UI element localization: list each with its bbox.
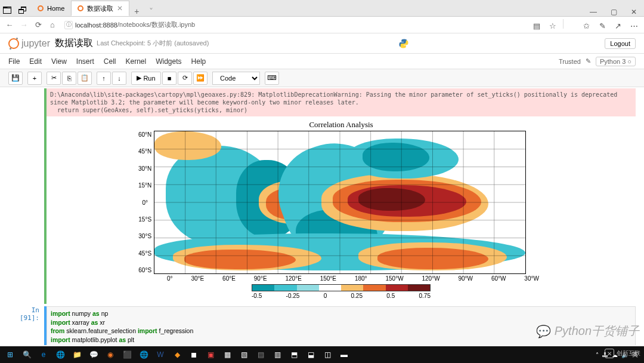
output-cell: D:\Anaconda\lib\site-packages\cartopy\mp… [8, 88, 636, 304]
tab-home[interactable]: Home [31, 1, 71, 16]
new-tab-button[interactable]: + [129, 7, 144, 16]
url-path: /notebooks/数据读取.ipynb [117, 20, 195, 29]
menu-help[interactable]: Help [191, 57, 206, 66]
tab-menu-button[interactable]: ˅ [144, 7, 158, 16]
favorites-icon[interactable]: ✩ [580, 21, 593, 30]
chart-output: Correlation Analysis 60°N45°N30°N15°N0°1… [47, 116, 636, 304]
menu-insert[interactable]: Insert [76, 57, 94, 66]
browser-tab-strip: 🗔 🗗 Home 数据读取 ✕ + ˅ — ▢ ✕ [0, 0, 644, 17]
taskbar-app9[interactable]: ▥ [270, 348, 285, 361]
taskbar-app5[interactable]: ▣ [203, 348, 218, 361]
save-button[interactable]: 💾 [8, 72, 23, 85]
address-bar: ← → ⟳ ⌂ ⓘ localhost:8888/notebooks/数据读取.… [0, 17, 644, 33]
taskbar-badge[interactable]: 🌐 [52, 348, 68, 361]
taskbar-app6[interactable]: ▦ [219, 348, 235, 361]
taskbar-app13[interactable]: ▬ [336, 348, 352, 361]
move-up-button[interactable]: ↑ [97, 72, 111, 85]
command-palette-button[interactable]: ⌨ [265, 72, 279, 85]
paste-button[interactable]: 📋 [78, 72, 92, 85]
url-host: localhost [75, 21, 101, 29]
trusted-indicator[interactable]: Trusted [559, 58, 581, 65]
taskbar-app2[interactable]: ⬛ [119, 348, 135, 361]
menu-kernel[interactable]: Kernel [126, 57, 147, 66]
url-field[interactable]: ⓘ localhost:8888/notebooks/数据读取.ipynb [64, 20, 524, 29]
add-cell-button[interactable]: + [27, 72, 42, 85]
app-icon-2: 🗗 [18, 5, 29, 16]
stop-button[interactable]: ■ [162, 72, 177, 85]
jupyter-logo[interactable]: jupyter [8, 38, 50, 49]
menu-cell[interactable]: Cell [104, 57, 116, 66]
x-axis-labels: 0°30°E60°E90°E120°E150°E180°150°W120°W90… [138, 274, 539, 282]
menu-edit[interactable]: Edit [29, 57, 42, 66]
python-icon [398, 38, 409, 49]
taskbar-app11[interactable]: ⬓ [303, 348, 318, 361]
jupyter-header: jupyter 数据读取 Last Checkpoint: 5 小时前 (aut… [0, 33, 644, 54]
jupyter-logo-icon [8, 38, 19, 49]
menu-widgets[interactable]: Widgets [156, 57, 181, 66]
menu-bar: File Edit View Insert Cell Kernel Widget… [0, 54, 644, 69]
reload-button[interactable]: ⟳ [32, 20, 44, 29]
edit-icon[interactable]: ✎ [586, 57, 591, 65]
jupyter-icon [78, 5, 83, 11]
info-icon: ⓘ [64, 21, 73, 29]
home-icon [38, 5, 44, 11]
copy-button[interactable]: ⎘ [62, 72, 76, 85]
tray-up-icon[interactable]: ˄ [596, 352, 599, 358]
colorbar [252, 284, 431, 291]
maximize-button[interactable]: ▢ [603, 8, 624, 16]
taskbar-app8[interactable]: ▤ [253, 348, 268, 361]
taskbar-app[interactable]: ◉ [103, 348, 118, 361]
run-button[interactable]: ▶ Run [131, 72, 161, 85]
y-axis-labels: 60°N45°N30°N15°N0°15°S30°S45°S60°S [138, 131, 154, 274]
menu-file[interactable]: File [8, 57, 20, 66]
tab-label: Home [47, 5, 64, 12]
close-icon[interactable]: ✕ [117, 4, 123, 13]
notebook-title[interactable]: 数据读取 [55, 37, 93, 50]
sep [563, 19, 576, 29]
warning-output: D:\Anaconda\lib\site-packages\cartopy\mp… [47, 88, 636, 116]
taskbar-chrome[interactable]: 🌐 [136, 348, 151, 361]
map-plot [154, 131, 526, 274]
more-icon[interactable]: ⋯ [627, 21, 640, 30]
cut-button[interactable]: ✂ [47, 72, 61, 85]
taskbar-word[interactable]: W [153, 348, 168, 361]
wechat-icon: 💬 [536, 324, 551, 339]
reader-icon[interactable]: ▤ [530, 21, 543, 30]
notebook-area: D:\Anaconda\lib\site-packages\cartopy\mp… [0, 87, 644, 345]
minimize-button[interactable]: — [583, 8, 603, 16]
taskbar-search[interactable]: 🔍 [19, 348, 35, 361]
restart-button[interactable]: ⟳ [178, 72, 192, 85]
taskbar: ⊞ 🔍 e 🌐 📁 💬 ◉ ⬛ 🌐 W ◆ ◼ ▣ ▦ ▧ ▤ ▥ ⬒ ⬓ ◫ … [0, 346, 644, 363]
home-button[interactable]: ⌂ [47, 20, 58, 29]
start-button[interactable]: ⊞ [2, 348, 18, 361]
chart-title: Correlation Analysis [138, 120, 544, 130]
taskbar-app4[interactable]: ◼ [186, 348, 202, 361]
url-port: :8888 [101, 21, 117, 29]
restart-run-button[interactable]: ⏩ [193, 72, 208, 85]
taskbar-app7[interactable]: ▧ [236, 348, 252, 361]
back-button[interactable]: ← [4, 20, 16, 29]
move-down-button[interactable]: ↓ [112, 72, 126, 85]
input-prompt: In [91]: [8, 306, 44, 345]
share-icon[interactable]: ↗ [612, 21, 625, 30]
taskbar-app3[interactable]: ◆ [169, 348, 185, 361]
app-icon: 🗔 [2, 5, 13, 16]
taskbar-app10[interactable]: ⬒ [286, 348, 302, 361]
taskbar-explorer[interactable]: 📁 [69, 348, 85, 361]
celltype-select[interactable]: Code [212, 72, 260, 85]
tab-notebook[interactable]: 数据读取 ✕ [71, 1, 129, 16]
brand-watermark: ✕ 创新互联 [605, 349, 640, 358]
checkpoint-text: Last Checkpoint: 5 小时前 (autosaved) [97, 39, 209, 48]
taskbar-app12[interactable]: ◫ [320, 348, 335, 361]
close-window-button[interactable]: ✕ [624, 8, 644, 16]
tab-label: 数据读取 [87, 4, 113, 13]
notes-icon[interactable]: ✎ [596, 21, 609, 30]
taskbar-wechat[interactable]: 💬 [86, 348, 101, 361]
toolbar: 💾 + ✂ ⎘ 📋 ↑ ↓ ▶ Run ■ ⟳ ⏩ Code ⌨ [0, 69, 644, 87]
favorite-icon[interactable]: ☆ [546, 21, 559, 30]
forward-button[interactable]: → [18, 20, 30, 29]
menu-view[interactable]: View [51, 57, 67, 66]
logout-button[interactable]: Logout [605, 38, 636, 49]
kernel-indicator[interactable]: Python 3 ○ [596, 57, 636, 66]
taskbar-edge[interactable]: e [36, 348, 51, 361]
